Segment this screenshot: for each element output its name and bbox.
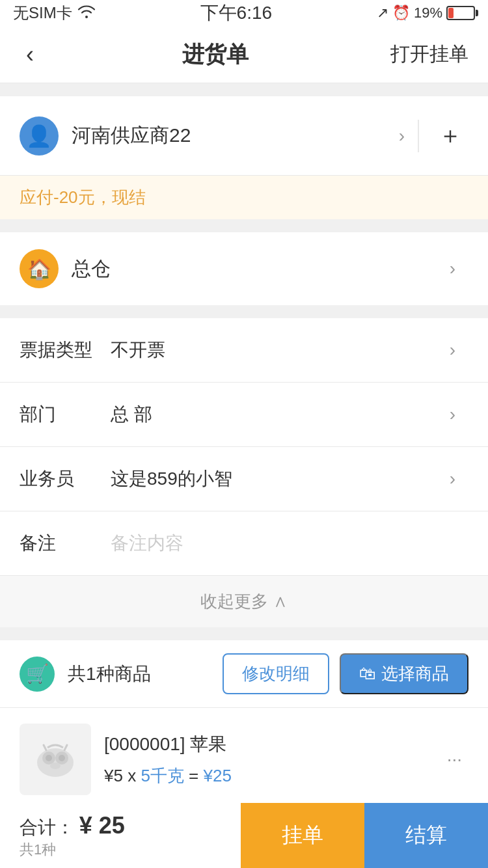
warehouse-icon-wrap: 🏠: [20, 249, 59, 288]
notice-bar: 应付-20元，现结: [0, 176, 488, 219]
location-icon: ↗: [377, 5, 388, 21]
chevron-right-icon: ›: [450, 404, 455, 425]
chevron-right-icon: ›: [450, 258, 455, 279]
select-product-button[interactable]: 🛍 选择商品: [340, 653, 468, 694]
wifi-icon: [77, 4, 96, 22]
supplier-name: 河南供应商22: [72, 122, 399, 149]
products-header: 🛒 共1种商品 修改明细 🛍 选择商品: [0, 640, 488, 707]
cart-icon: 🛒: [26, 663, 49, 685]
product-info: [0000001] 苹果 ¥5 x 5千克 = ¥25: [104, 732, 441, 787]
battery-percent: 19%: [414, 5, 442, 21]
remark-label: 备注: [20, 531, 104, 556]
total-section: 合计： ¥ 25 共1种: [0, 803, 241, 868]
invoice-row[interactable]: 票据类型 不开票 ›: [0, 318, 488, 383]
bottom-bar: 合计： ¥ 25 共1种 挂单 结算: [0, 803, 488, 868]
supplier-row[interactable]: 👤 河南供应商22 › ＋: [0, 96, 488, 176]
total-amount: ¥ 25: [79, 812, 125, 839]
collapse-label: 收起更多 ∧: [200, 591, 287, 611]
hold-button[interactable]: 挂单: [241, 803, 364, 868]
form-section: 票据类型 不开票 › 部门 总 部 › 业务员 这是859的小智 › 备注 备注…: [0, 318, 488, 575]
status-bar: 无SIM卡 下午6:16 ↗ ⏰ 19%: [0, 0, 488, 26]
total-label: 合计：: [20, 817, 74, 837]
open-hold-button[interactable]: 打开挂单: [390, 41, 468, 68]
nav-bar: ‹ 进货单 打开挂单: [0, 26, 488, 83]
page-title: 进货单: [182, 40, 249, 70]
collapse-bar[interactable]: 收起更多 ∧: [0, 575, 488, 627]
edit-details-button[interactable]: 修改明细: [223, 653, 329, 694]
sales-value: 这是859的小智: [104, 467, 450, 491]
dept-row[interactable]: 部门 总 部 ›: [0, 383, 488, 447]
status-indicators: ↗ ⏰ 19%: [377, 5, 475, 21]
invoice-label: 票据类型: [20, 338, 104, 362]
more-options-button[interactable]: ···: [441, 742, 468, 776]
warehouse-row[interactable]: 🏠 总仓 ›: [0, 232, 488, 305]
svg-point-5: [50, 763, 61, 769]
warehouse-card: 🏠 总仓 ›: [0, 232, 488, 305]
remark-row[interactable]: 备注 备注内容: [0, 511, 488, 575]
svg-point-3: [46, 755, 52, 761]
product-price: ¥5 x 5千克 = ¥25: [104, 765, 441, 787]
divider: [418, 120, 419, 152]
sales-row[interactable]: 业务员 这是859的小智 ›: [0, 447, 488, 511]
sales-label: 业务员: [20, 467, 104, 491]
remark-input[interactable]: 备注内容: [104, 531, 468, 556]
notice-text: 应付-20元，现结: [20, 187, 146, 207]
svg-point-4: [59, 755, 65, 761]
status-time: 下午6:16: [200, 1, 273, 25]
avatar: 👤: [20, 116, 59, 156]
chevron-right-icon: ›: [450, 340, 455, 360]
add-button[interactable]: ＋: [432, 113, 468, 158]
checkout-button[interactable]: 结算: [364, 803, 488, 868]
chevron-right-icon: ›: [399, 126, 405, 146]
dept-label: 部门: [20, 402, 104, 427]
status-carrier: 无SIM卡: [13, 3, 96, 23]
section-gap-3: [0, 305, 488, 318]
alarm-icon: ⏰: [392, 5, 410, 21]
products-icon-wrap: 🛒: [20, 657, 55, 692]
warehouse-icon: 🏠: [27, 258, 51, 280]
total-count: 共1种: [20, 840, 221, 860]
section-gap-1: [0, 83, 488, 96]
person-icon: 👤: [26, 124, 52, 148]
product-item: [0000001] 苹果 ¥5 x 5千克 = ¥25 ···: [0, 707, 488, 811]
invoice-value: 不开票: [104, 338, 450, 362]
supplier-card: 👤 河南供应商22 › ＋ 应付-20元，现结: [0, 96, 488, 219]
section-gap-2: [0, 219, 488, 232]
back-button[interactable]: ‹: [20, 34, 40, 75]
products-count: 共1种商品: [68, 662, 223, 686]
select-icon: 🛍: [359, 664, 376, 684]
dept-value: 总 部: [104, 402, 450, 427]
product-thumbnail: [20, 724, 91, 795]
battery-icon: [446, 6, 475, 20]
warehouse-name: 总仓: [72, 256, 450, 282]
chevron-right-icon: ›: [450, 468, 455, 489]
product-name: [0000001] 苹果: [104, 732, 441, 757]
